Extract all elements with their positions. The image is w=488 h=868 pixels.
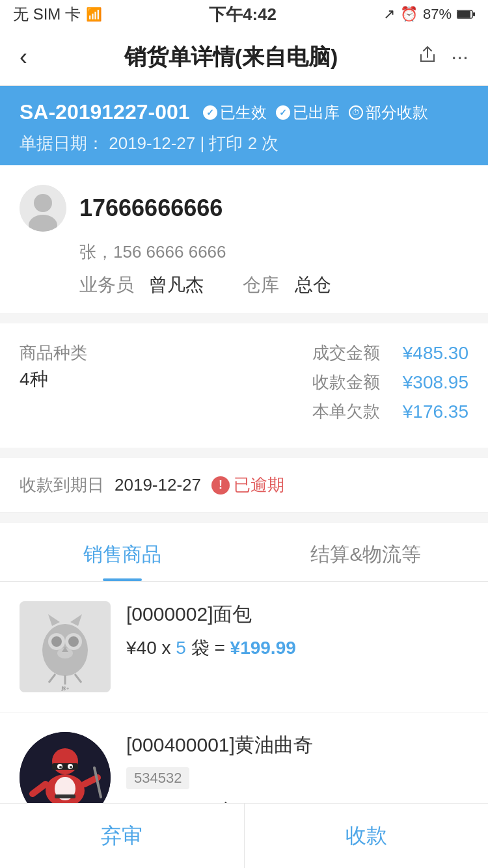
tab-sales-products[interactable]: 销售商品 bbox=[0, 523, 244, 581]
amount-row: 成交金额 ¥485.30 bbox=[244, 342, 468, 364]
battery-text: 87% bbox=[423, 6, 452, 23]
customer-section: 17666666666 张，156 6666 6666 业务员 曾凡杰 仓库 总… bbox=[0, 165, 488, 313]
price-unit-1: ¥40 bbox=[126, 638, 157, 658]
category-label: 商品种类 bbox=[20, 342, 244, 364]
share-icon[interactable] bbox=[417, 44, 438, 70]
nav-title: 销货单详情(来自电脑) bbox=[59, 42, 403, 72]
warehouse-value: 总仓 bbox=[295, 275, 331, 295]
product-sku-2: 534532 bbox=[126, 767, 189, 789]
svg-point-21 bbox=[52, 748, 78, 774]
location-icon: ↗ bbox=[383, 6, 395, 23]
alarm-icon: ⏰ bbox=[400, 6, 418, 23]
warehouse-meta: 仓库 总仓 bbox=[243, 273, 331, 297]
sales-value: 曾凡杰 bbox=[149, 275, 204, 295]
wifi-icon: 📶 bbox=[86, 7, 102, 22]
product-info-1: [0000002]面包 ¥40 x 5 袋 = ¥199.99 bbox=[126, 601, 468, 660]
clock-icon: ⏱ bbox=[349, 105, 363, 120]
customer-info: 张，156 6666 6666 bbox=[20, 241, 468, 264]
date-value: 2019-12-27 bbox=[109, 133, 195, 153]
badge-partial: ⏱ 部分收款 bbox=[349, 102, 428, 123]
sales-label: 业务员 bbox=[79, 275, 134, 295]
svg-point-25 bbox=[59, 766, 62, 768]
due-value: ¥176.35 bbox=[390, 401, 468, 422]
back-button[interactable]: ‹ bbox=[20, 44, 59, 71]
price-eq-1: = bbox=[214, 638, 230, 658]
banner-badges: ✓ 已生效 ✓ 已出库 ⏱ 部分收款 bbox=[203, 102, 428, 123]
tabs-section: 销售商品 结算&物流等 bbox=[0, 523, 488, 582]
reject-button[interactable]: 弃审 bbox=[0, 804, 245, 868]
banner-row1: SA-20191227-001 ✓ 已生效 ✓ 已出库 ⏱ 部分收款 bbox=[20, 100, 468, 124]
svg-point-10 bbox=[51, 636, 62, 647]
svg-rect-2 bbox=[473, 12, 475, 16]
order-id: SA-20191227-001 bbox=[20, 100, 190, 124]
received-label: 收款金额 bbox=[312, 371, 380, 394]
check-icon-2: ✓ bbox=[276, 105, 290, 120]
price-total-1: ¥199.99 bbox=[230, 638, 296, 658]
price-unit-name-1: 袋 bbox=[191, 638, 210, 658]
svg-point-11 bbox=[68, 636, 79, 647]
banner-date-row: 单据日期： 2019-12-27 | 打印 2 次 bbox=[20, 132, 468, 155]
overdue-text: 已逾期 bbox=[234, 474, 284, 496]
more-icon[interactable]: ··· bbox=[451, 45, 468, 69]
due-date-section: 收款到期日 2019-12-27 ! 已逾期 bbox=[0, 458, 488, 513]
stats-right: 成交金额 ¥485.30 收款金额 ¥308.95 本单欠款 ¥176.35 bbox=[244, 342, 468, 429]
product-item: 豚+ [0000002]面包 ¥40 x 5 袋 = ¥199.99 bbox=[0, 582, 488, 712]
header-banner: SA-20191227-001 ✓ 已生效 ✓ 已出库 ⏱ 部分收款 单据日期：… bbox=[0, 86, 488, 165]
amount-value: ¥485.30 bbox=[390, 343, 468, 364]
avatar bbox=[20, 185, 66, 232]
svg-point-26 bbox=[70, 766, 72, 768]
sales-meta: 业务员 曾凡杰 bbox=[79, 273, 204, 297]
print-info: | 打印 2 次 bbox=[200, 133, 278, 153]
due-label: 本单欠款 bbox=[312, 400, 380, 423]
collect-button[interactable]: 收款 bbox=[245, 804, 489, 868]
overdue-icon: ! bbox=[211, 476, 230, 495]
warehouse-label: 仓库 bbox=[243, 275, 279, 295]
due-row: 本单欠款 ¥176.35 bbox=[244, 400, 468, 423]
nav-actions: ··· bbox=[403, 44, 468, 70]
amount-label: 成交金额 bbox=[312, 342, 380, 364]
customer-row: 17666666666 bbox=[20, 185, 468, 232]
product-image-1: 豚+ bbox=[20, 601, 111, 692]
svg-rect-22 bbox=[52, 763, 78, 770]
due-date-label: 收款到期日 bbox=[20, 474, 104, 496]
svg-text:豚+: 豚+ bbox=[61, 686, 70, 692]
product-name-2: [000400001]黄油曲奇 bbox=[126, 732, 468, 759]
check-icon-1: ✓ bbox=[203, 105, 217, 120]
badge-shipped: ✓ 已出库 bbox=[276, 102, 340, 123]
status-left: 无 SIM 卡 📶 bbox=[13, 4, 102, 25]
tabs-divider bbox=[0, 513, 488, 523]
tabs-row: 销售商品 结算&物流等 bbox=[0, 523, 488, 581]
bottom-bar: 弃审 收款 bbox=[0, 803, 488, 868]
svg-point-4 bbox=[34, 194, 52, 212]
overdue-badge: ! 已逾期 bbox=[211, 474, 284, 496]
price-mult-1: x bbox=[162, 638, 176, 658]
tab-settlement[interactable]: 结算&物流等 bbox=[244, 523, 488, 581]
status-bar: 无 SIM 卡 📶 下午4:42 ↗ ⏰ 87% bbox=[0, 0, 488, 29]
svg-rect-1 bbox=[457, 11, 470, 18]
customer-meta: 业务员 曾凡杰 仓库 总仓 bbox=[20, 273, 468, 297]
due-date-value: 2019-12-27 bbox=[115, 475, 201, 495]
customer-phone: 17666666666 bbox=[79, 195, 223, 222]
battery-icon bbox=[457, 6, 475, 23]
stats-left: 商品种类 4种 bbox=[20, 342, 244, 392]
stats-section: 商品种类 4种 成交金额 ¥485.30 收款金额 ¥308.95 本单欠款 ¥… bbox=[0, 323, 488, 448]
badge-effective: ✓ 已生效 bbox=[203, 102, 267, 123]
category-value: 4种 bbox=[20, 367, 244, 392]
received-row: 收款金额 ¥308.95 bbox=[244, 371, 468, 394]
svg-rect-34 bbox=[55, 794, 75, 798]
price-qty-1: 5 bbox=[176, 638, 186, 658]
status-right: ↗ ⏰ 87% bbox=[383, 6, 475, 23]
product-name-1: [0000002]面包 bbox=[126, 601, 468, 628]
date-label: 单据日期： bbox=[20, 133, 104, 153]
time-display: 下午4:42 bbox=[209, 3, 277, 26]
received-value: ¥308.95 bbox=[390, 372, 468, 393]
carrier-text: 无 SIM 卡 bbox=[13, 4, 81, 25]
nav-bar: ‹ 销货单详情(来自电脑) ··· bbox=[0, 29, 488, 86]
product-price-1: ¥40 x 5 袋 = ¥199.99 bbox=[126, 636, 468, 660]
